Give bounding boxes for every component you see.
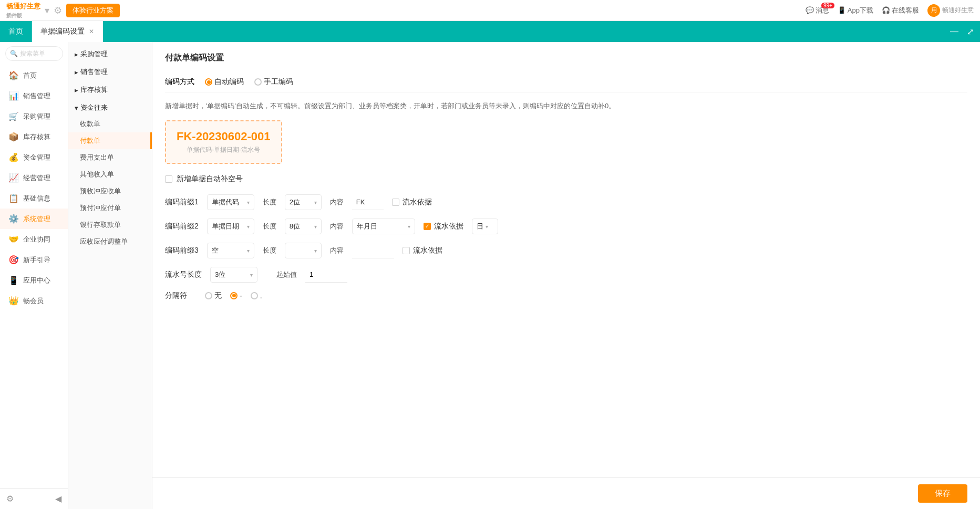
sidebar-item-home[interactable]: 🏠 首页 bbox=[0, 65, 68, 86]
tab-home[interactable]: 首页 bbox=[0, 21, 32, 42]
prefix1-stream-checkbox[interactable] bbox=[392, 199, 399, 206]
sidebar-item-basic-info[interactable]: 📋 基础信息 bbox=[0, 188, 68, 209]
sidebar-item-receipt[interactable]: 收款单 bbox=[68, 116, 152, 132]
separator-dot[interactable]: . bbox=[251, 292, 262, 300]
basic-info-icon: 📋 bbox=[8, 193, 19, 203]
user-avatar[interactable]: 用 畅通好生意 bbox=[927, 4, 974, 17]
group-purchase-mgmt: 采购管理 bbox=[68, 46, 152, 62]
config-row-prefix1: 编码前缀1 单据代码 长度 2位 内容 FK 流水依据 bbox=[165, 194, 967, 210]
app-download[interactable]: 📱 App下载 bbox=[838, 6, 873, 15]
group-title-inventory[interactable]: 库存核算 bbox=[68, 82, 152, 98]
sidebar-item-expense[interactable]: 费用支出单 bbox=[68, 149, 152, 166]
auto-fill-checkbox[interactable] bbox=[165, 175, 172, 183]
prefix3-length-select[interactable] bbox=[285, 243, 322, 258]
main-layout: 🔍 搜索菜单 🏠 首页 📊 销售管理 🛒 采购管理 📦 库存核算 💰 bbox=[0, 42, 980, 509]
auto-code-radio-btn[interactable] bbox=[205, 78, 212, 86]
sidebar-item-ar-ap-adjust[interactable]: 应收应付调整单 bbox=[68, 233, 152, 250]
sidebar-item-prepay-payable[interactable]: 预付冲应付单 bbox=[68, 200, 152, 216]
prefix3-content-label: 内容 bbox=[330, 246, 344, 255]
prefix1-length-select[interactable]: 2位 bbox=[285, 194, 322, 210]
sidebar-item-finance[interactable]: 💰 资金管理 bbox=[0, 147, 68, 168]
preview-box: FK-20230602-001 单据代码-单据日期-流水号 bbox=[165, 120, 282, 164]
sidebar-menu: 🏠 首页 📊 销售管理 🛒 采购管理 📦 库存核算 💰 资金管理 📈 经 bbox=[0, 65, 68, 311]
prefix2-length-arrow bbox=[314, 222, 317, 230]
prefix2-day-select[interactable]: 日 bbox=[472, 219, 498, 234]
sidebar-item-newbie[interactable]: 🎯 新手引导 bbox=[0, 250, 68, 270]
message-icon: 💬 bbox=[806, 6, 814, 14]
save-button[interactable]: 保存 bbox=[918, 484, 967, 503]
online-service[interactable]: 🎧 在线客服 bbox=[882, 6, 919, 15]
top-bar-nav: ▾ ⚙ bbox=[45, 5, 62, 16]
prefix3-select-arrow bbox=[247, 246, 250, 254]
top-bar: 畅通好生意 插件版 ▾ ⚙ 体验行业方案 💬 消息 99+ 📱 App下载 🎧 … bbox=[0, 0, 980, 21]
tab-close-icon[interactable]: ✕ bbox=[89, 28, 94, 35]
prefix1-label: 编码前缀1 bbox=[165, 198, 199, 207]
membership-icon: 👑 bbox=[8, 296, 19, 306]
prefix2-length-select[interactable]: 8位 bbox=[285, 219, 322, 234]
separator-none-radio[interactable] bbox=[205, 292, 212, 299]
start-value-input[interactable]: 1 bbox=[305, 267, 347, 283]
serial-length-arrow bbox=[250, 271, 253, 278]
tab-expand-icon[interactable]: ⤢ bbox=[967, 27, 974, 37]
info-text: 新增单据时，'单据编码'自动生成，不可编辑。前缀设置为部门、业务员等档案类，开单… bbox=[165, 101, 967, 112]
newbie-icon: 🎯 bbox=[8, 255, 19, 265]
auto-code-radio[interactable]: 自动编码 bbox=[205, 77, 244, 87]
sidebar-item-sales[interactable]: 📊 销售管理 bbox=[0, 86, 68, 106]
manual-code-radio[interactable]: 手工编码 bbox=[254, 77, 293, 87]
prefix3-select[interactable]: 空 bbox=[207, 243, 254, 258]
chevron-right-icon bbox=[75, 86, 78, 94]
app-logo: 畅通好生意 插件版 bbox=[6, 2, 40, 19]
prefix1-select[interactable]: 单据代码 bbox=[207, 194, 254, 210]
group-title-sales[interactable]: 销售管理 bbox=[68, 64, 152, 80]
content-area: 付款单编码设置 编码方式 自动编码 手工编码 新增单据时，'单据编码'自动生成，… bbox=[152, 42, 980, 509]
sidebar-item-operations[interactable]: 📈 经营管理 bbox=[0, 168, 68, 188]
prefix2-select[interactable]: 单据日期 bbox=[207, 219, 254, 234]
sidebar-item-app-center[interactable]: 📱 应用中心 bbox=[0, 270, 68, 290]
auto-fill-row: 新增单据自动补空号 bbox=[165, 174, 967, 184]
sidebar-item-prepay-receivable[interactable]: 预收冲应收单 bbox=[68, 183, 152, 200]
sidebar-item-membership[interactable]: 👑 畅会员 bbox=[0, 290, 68, 311]
prefix2-stream-checkbox[interactable]: ✓ bbox=[424, 223, 431, 230]
manual-code-radio-btn[interactable] bbox=[254, 78, 262, 86]
separator-dash-radio[interactable] bbox=[230, 292, 238, 299]
tab-minimize-icon[interactable]: — bbox=[950, 27, 958, 36]
prefix1-content-val: FK bbox=[352, 194, 384, 210]
collapse-icon[interactable]: ◀ bbox=[55, 494, 61, 504]
nav-dropdown[interactable]: ▾ bbox=[45, 5, 49, 16]
prefix3-stream-checkbox[interactable] bbox=[403, 247, 410, 254]
separator-dot-radio[interactable] bbox=[251, 292, 258, 299]
prefix2-content-label: 内容 bbox=[330, 222, 344, 231]
sidebar-item-purchase[interactable]: 🛒 采购管理 bbox=[0, 106, 68, 127]
sidebar-item-other-income[interactable]: 其他收入单 bbox=[68, 166, 152, 183]
system-icon: ⚙️ bbox=[8, 214, 19, 224]
operations-icon: 📈 bbox=[8, 173, 19, 183]
separator-label: 分隔符 bbox=[165, 291, 197, 300]
settings-icon[interactable]: ⚙ bbox=[54, 5, 62, 16]
group-capital-flow: 资金往来 收款单 付款单 费用支出单 其他收入单 预收冲应收单 预付冲应付单 银… bbox=[68, 100, 152, 250]
tab-encoding-settings[interactable]: 单据编码设置 ✕ bbox=[32, 21, 103, 42]
finance-icon: 💰 bbox=[8, 152, 19, 162]
prefix2-content-arrow bbox=[408, 222, 410, 230]
avatar: 用 bbox=[927, 4, 940, 17]
sidebar-item-cooperation[interactable]: 🤝 企业协同 bbox=[0, 229, 68, 250]
group-title-capital[interactable]: 资金往来 bbox=[68, 100, 152, 116]
second-sidebar: 采购管理 销售管理 库存核算 资金往来 收款单 付款单 bbox=[68, 42, 152, 509]
separator-dash[interactable]: - bbox=[230, 292, 242, 300]
sidebar-item-payment[interactable]: 付款单 bbox=[68, 132, 152, 149]
sidebar-item-system[interactable]: ⚙️ 系统管理 bbox=[0, 209, 68, 229]
sidebar-item-bank-deposit[interactable]: 银行存取款单 bbox=[68, 216, 152, 233]
group-inventory-mgmt: 库存核算 bbox=[68, 82, 152, 98]
separator-none[interactable]: 无 bbox=[205, 291, 222, 300]
serial-length-select[interactable]: 3位 bbox=[210, 267, 257, 283]
tab-bar-actions: — ⤢ bbox=[950, 27, 980, 37]
prefix1-length-label: 长度 bbox=[263, 198, 276, 207]
message-area[interactable]: 💬 消息 99+ bbox=[806, 6, 829, 15]
group-title-purchase[interactable]: 采购管理 bbox=[68, 46, 152, 62]
experience-btn[interactable]: 体验行业方案 bbox=[66, 4, 120, 17]
search-menu[interactable]: 🔍 搜索菜单 bbox=[5, 46, 63, 61]
sidebar-item-inventory[interactable]: 📦 库存核算 bbox=[0, 127, 68, 147]
sidebar-bottom: ⚙ ◀ bbox=[0, 488, 68, 509]
group-sales-mgmt: 销售管理 bbox=[68, 64, 152, 80]
prefix2-content-select[interactable]: 年月日 bbox=[352, 219, 415, 234]
settings-bottom-icon[interactable]: ⚙ bbox=[6, 494, 14, 504]
